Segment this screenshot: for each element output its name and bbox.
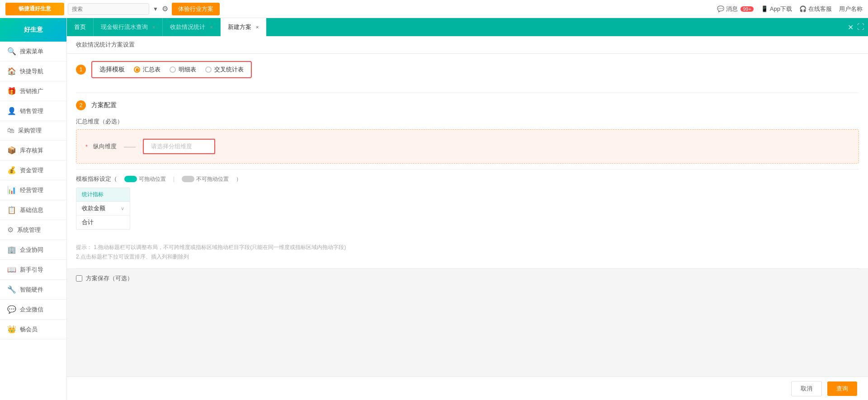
user-name: 用户名称 [839, 5, 863, 13]
sidebar-label-smart-hardware: 智能硬件 [20, 286, 43, 294]
sales-icon: 👤 [7, 107, 16, 115]
stat-total-label: 合计 [82, 219, 94, 226]
online-service-label: 在线客服 [808, 5, 832, 13]
notification-badge: 99+ [741, 6, 754, 12]
sidebar-logo-text: 好生意 [24, 26, 43, 34]
breadcrumb: 收款情况统计方案设置 [76, 41, 135, 48]
vertical-dim-label: 纵向维度 [93, 142, 117, 151]
step1-header: 1 选择模板 汇总表 明细表 [76, 61, 859, 78]
tab-home[interactable]: 首页 [67, 18, 94, 36]
inventory-icon: 📦 [7, 146, 16, 155]
maximize-icon[interactable]: ⛶ [857, 23, 864, 31]
cancel-button[interactable]: 取消 [791, 381, 822, 396]
page-header: 收款情况统计方案设置 [67, 36, 868, 54]
tab-bank-flow-label: 现金银行流水查询 [101, 23, 148, 31]
tab-new-plan-close[interactable]: × [256, 24, 259, 30]
sidebar-label-operations: 经营管理 [20, 186, 43, 194]
system-icon: ⚙ [7, 226, 14, 234]
sidebar-label-enterprise-collab: 企业协同 [20, 246, 43, 254]
trial-btn[interactable]: 体验行业方案 [172, 3, 220, 15]
enterprise-wechat-icon: 💬 [7, 305, 16, 314]
movable-dot [124, 176, 137, 182]
indicator-drag-legend: 模板指标设定（ 可拖动位置 | 不可拖动位置 ） [76, 175, 859, 183]
sidebar-item-inventory[interactable]: 📦 库存核算 [0, 141, 66, 160]
sidebar-label-purchase: 采购管理 [18, 127, 42, 135]
purchase-icon: 🛍 [7, 127, 14, 135]
tab-bank-flow-close[interactable]: × [152, 24, 155, 30]
sidebar-item-beginner[interactable]: 📖 新手引导 [0, 260, 66, 280]
user-item[interactable]: 用户名称 [839, 5, 863, 13]
option-detail[interactable]: 明细表 [170, 66, 196, 74]
tab-home-label: 首页 [74, 23, 86, 31]
sidebar-item-finance[interactable]: 💰 资金管理 [0, 160, 66, 180]
headset-icon: 🎧 [799, 5, 807, 12]
notification-item[interactable]: 💬 消息 99+ [717, 5, 754, 13]
sidebar-item-operations[interactable]: 📊 经营管理 [0, 180, 66, 200]
tips-section: 提示： 1.拖动标题栏可以调整布局，不可跨维度或指标区域拖动栏目字段(只能在同一… [67, 238, 868, 268]
query-button[interactable]: 查询 [827, 381, 857, 396]
topbar-arrow-icon[interactable]: ▼ [153, 6, 158, 12]
app-logo: 畅捷通好生意 [5, 3, 64, 15]
tab-bank-flow[interactable]: 现金银行流水查询 × [94, 18, 163, 36]
app-download-item[interactable]: 📱 App下载 [761, 5, 792, 13]
app-body: 好生意 🔍 搜索菜单 🏠 快捷导航 🎁 营销推广 👤 销售管理 🛍 采购管理 📦… [0, 18, 868, 400]
indicator-section: 模板指标设定（ 可拖动位置 | 不可拖动位置 ） [76, 169, 859, 231]
topbar: 畅捷通好生意 ▼ ⚙ 体验行业方案 💬 消息 99+ 📱 App下载 🎧 在线客… [0, 0, 868, 18]
dimension-row: * 纵向维度 —— 请选择分组维度 [85, 139, 849, 154]
app-download-icon: 📱 [761, 5, 768, 12]
summary-dimension-section: 汇总维度（必选） * 纵向维度 —— 请选择分组维度 [76, 118, 859, 164]
tip-line-2: 2.点击标题栏下拉可设置排序、插入列和删除列 [76, 253, 859, 261]
sidebar-logo: 好生意 [0, 18, 66, 42]
option-cross[interactable]: 交叉统计表 [205, 66, 244, 74]
dimension-area: * 纵向维度 —— 请选择分组维度 [76, 129, 859, 164]
step1-label: 选择模板 [99, 66, 125, 74]
stat-dropdown-arrow[interactable]: ∨ [121, 206, 124, 212]
topbar-search-input[interactable] [68, 3, 149, 15]
sidebar-label-sales: 销售管理 [20, 107, 43, 115]
action-bar: 取消 查询 [67, 376, 868, 400]
topbar-right: 💬 消息 99+ 📱 App下载 🎧 在线客服 用户名称 [717, 5, 863, 13]
sidebar-label-inventory: 库存核算 [20, 146, 43, 155]
sidebar-item-enterprise-wechat[interactable]: 💬 企业微信 [0, 300, 66, 320]
tab-collection-stats[interactable]: 收款情况统计 × [163, 18, 220, 36]
sidebar-item-member[interactable]: 👑 畅会员 [0, 320, 66, 339]
sidebar-item-purchase[interactable]: 🛍 采购管理 [0, 121, 66, 141]
app-logo-text: 畅捷通好生意 [19, 5, 51, 13]
dimension-select[interactable]: 请选择分组维度 [143, 139, 215, 154]
sidebar-item-enterprise-collab[interactable]: 🏢 企业协同 [0, 240, 66, 260]
radio-cross-circle [205, 66, 212, 73]
tab-new-plan[interactable]: 新建方案 × [221, 18, 266, 36]
sidebar-item-marketing[interactable]: 🎁 营销推广 [0, 81, 66, 101]
beginner-icon: 📖 [7, 265, 16, 274]
option-summary[interactable]: 汇总表 [134, 66, 160, 74]
stat-metric-label: 收款金额 [82, 204, 105, 212]
tab-collection-stats-close[interactable]: × [210, 24, 212, 30]
page-footer: 方案保存（可选） [67, 268, 868, 288]
sidebar-label-search-menu: 搜索菜单 [20, 47, 43, 56]
sidebar-item-basic-info[interactable]: 📋 基础信息 [0, 200, 66, 220]
sidebar-item-search-menu[interactable]: 🔍 搜索菜单 [0, 42, 66, 61]
sidebar-label-basic-info: 基础信息 [20, 206, 43, 214]
movable-legend: 可拖动位置 [124, 175, 166, 183]
legend-close-paren: ） [236, 175, 241, 183]
sidebar-label-marketing: 营销推广 [20, 87, 43, 95]
legend-separator: | [173, 176, 175, 182]
sidebar-item-system[interactable]: ⚙ 系统管理 [0, 220, 66, 240]
sidebar-item-quick-nav[interactable]: 🏠 快捷导航 [0, 61, 66, 81]
online-service-item[interactable]: 🎧 在线客服 [799, 5, 832, 13]
sidebar-item-smart-hardware[interactable]: 🔧 智能硬件 [0, 280, 66, 300]
step1-badge: 1 [76, 65, 86, 75]
stat-metric-row[interactable]: 收款金额 ∨ [76, 202, 130, 216]
sidebar-item-sales[interactable]: 👤 销售管理 [0, 101, 66, 121]
step2-label: 方案配置 [91, 101, 117, 109]
template-options-group: 选择模板 汇总表 明细表 交叉统计表 [91, 61, 252, 78]
required-star: * [85, 143, 88, 150]
settings-icon[interactable]: ⚙ [162, 5, 168, 13]
indicator-settings-title: 模板指标设定（ [76, 175, 117, 183]
save-plan-checkbox[interactable] [76, 275, 82, 282]
step2-badge: 2 [76, 100, 86, 110]
dim-arrow: —— [124, 143, 136, 150]
close-window-icon[interactable]: ✕ [848, 23, 854, 32]
stat-total-row: 合计 [76, 216, 130, 229]
stat-header: 统计指标 [76, 188, 130, 202]
